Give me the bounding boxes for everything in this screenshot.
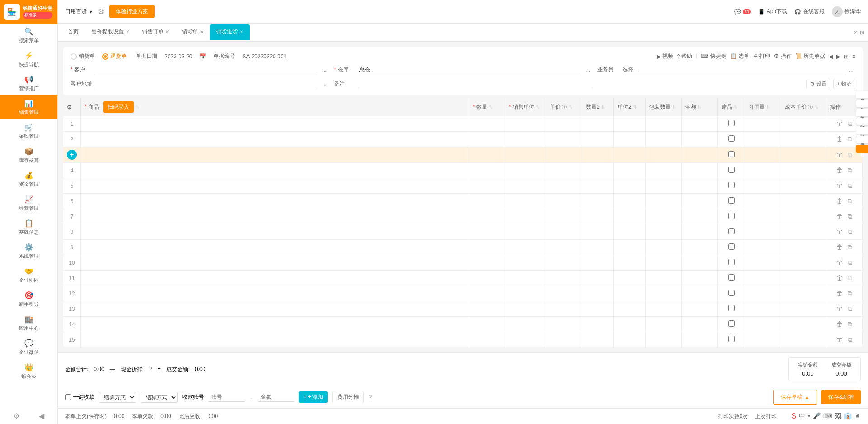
delete-row-btn-5[interactable]: 🗑 xyxy=(835,181,844,190)
qty-cell-14[interactable] xyxy=(469,317,505,332)
delete-row-btn-11[interactable]: 🗑 xyxy=(835,273,844,282)
unit2-cell-14[interactable] xyxy=(614,317,646,332)
gift-cell-2[interactable] xyxy=(718,132,745,147)
message-btn[interactable]: 💬 70 xyxy=(734,9,751,15)
product-input-4[interactable] xyxy=(85,167,465,174)
staff-ellipsis[interactable]: ... xyxy=(847,67,855,73)
price-cell-9[interactable] xyxy=(546,240,582,255)
qty-cell-11[interactable] xyxy=(469,271,505,286)
qty2-cell-3[interactable] xyxy=(582,147,614,163)
gift-checkbox-14[interactable] xyxy=(728,320,735,327)
product-input-7[interactable] xyxy=(85,214,465,220)
gift-cell-10[interactable] xyxy=(718,255,745,271)
sidebar-item-enterprise[interactable]: 🤝企业协同 xyxy=(0,263,57,287)
sidebar-item-system[interactable]: ⚙️系统管理 xyxy=(0,239,57,263)
sidebar-item-marketing[interactable]: 📢营销推广 xyxy=(0,71,57,95)
available-cell-8[interactable] xyxy=(745,224,781,240)
shortcut-btn[interactable]: ⌨ 快捷键 xyxy=(701,52,726,60)
gift-cell-8[interactable] xyxy=(718,224,745,240)
product-input-8[interactable] xyxy=(85,229,465,235)
price-cell-11[interactable] xyxy=(546,271,582,286)
qty2-cell-5[interactable] xyxy=(582,178,614,194)
cost-price-cell-1[interactable] xyxy=(781,116,826,132)
gift-cell-1[interactable] xyxy=(718,116,745,132)
settlement-select[interactable]: 结算方式 xyxy=(99,392,136,403)
unit2-cell-15[interactable] xyxy=(614,332,646,347)
gift-checkbox-10[interactable] xyxy=(728,259,735,265)
qty2-cell-8[interactable] xyxy=(582,224,614,240)
address-ellipsis[interactable]: ... xyxy=(321,81,329,87)
available-cell-13[interactable] xyxy=(745,301,781,317)
pack-cell-12[interactable] xyxy=(646,286,682,301)
available-cell-9[interactable] xyxy=(745,240,781,255)
product-cell-3[interactable] xyxy=(81,147,469,163)
copy-row-btn-14[interactable]: ⧉ xyxy=(846,319,854,329)
cost-price-cell-4[interactable] xyxy=(781,163,826,178)
price-cell-8[interactable] xyxy=(546,224,582,240)
qty-cell-4[interactable] xyxy=(469,163,505,178)
copy-row-btn-6[interactable]: ⧉ xyxy=(846,196,854,206)
unit2-cell-1[interactable] xyxy=(614,116,646,132)
delete-row-btn-7[interactable]: 🗑 xyxy=(835,212,844,221)
qty2-cell-11[interactable] xyxy=(582,271,614,286)
sidebar-item-member[interactable]: 👑畅会员 xyxy=(0,359,57,383)
one-click-label[interactable]: 一键收款 xyxy=(65,393,94,401)
user-menu[interactable]: 人 徐泽华 xyxy=(832,6,861,17)
qty2-cell-6[interactable] xyxy=(582,194,614,209)
staff-input[interactable] xyxy=(623,65,844,75)
tab-close-sales-return[interactable]: ✕ xyxy=(240,29,243,34)
sidebar-item-operations[interactable]: 📈经营管理 xyxy=(0,191,57,215)
price-cell-14[interactable] xyxy=(546,317,582,332)
floating-btn-log[interactable]: 日志 xyxy=(856,136,868,144)
amount-cell-6[interactable] xyxy=(682,194,718,209)
pack-cell-8[interactable] xyxy=(646,224,682,240)
floating-btn-scan[interactable]: 扫描 xyxy=(856,145,868,153)
product-input-10[interactable] xyxy=(85,260,465,266)
amount-cell-9[interactable] xyxy=(682,240,718,255)
unit-cell-2[interactable] xyxy=(505,132,546,147)
amount-cell-1[interactable] xyxy=(682,116,718,132)
radio-return[interactable]: 退货单 xyxy=(102,52,127,60)
settings-footer-icon[interactable]: ⚙ xyxy=(13,412,19,420)
pack-cell-6[interactable] xyxy=(646,194,682,209)
qty2-cell-12[interactable] xyxy=(582,286,614,301)
amount-cell-8[interactable] xyxy=(682,224,718,240)
product-input-13[interactable] xyxy=(85,306,465,312)
pack-cell-11[interactable] xyxy=(646,271,682,286)
product-cell-8[interactable] xyxy=(81,224,469,240)
amount-cell-13[interactable] xyxy=(682,301,718,317)
product-cell-5[interactable] xyxy=(81,178,469,194)
cost-price-cell-15[interactable] xyxy=(781,332,826,347)
product-input-2[interactable] xyxy=(85,136,465,143)
product-input-9[interactable] xyxy=(85,244,465,251)
cost-price-info-icon[interactable]: ⓘ xyxy=(808,104,813,110)
operation-btn[interactable]: ⚙ 操作 xyxy=(774,52,791,60)
product-cell-12[interactable] xyxy=(81,286,469,301)
pack-cell-14[interactable] xyxy=(646,317,682,332)
amount-cell-7[interactable] xyxy=(682,209,718,224)
history-btn[interactable]: 📜 历史单据 xyxy=(795,52,825,60)
product-cell-11[interactable] xyxy=(81,271,469,286)
qty-cell-9[interactable] xyxy=(469,240,505,255)
price-cell-12[interactable] xyxy=(546,286,582,301)
add-row-btn[interactable]: + xyxy=(67,150,77,160)
tab-sales-delivery[interactable]: 销货单✕ xyxy=(175,24,210,40)
delete-row-btn-8[interactable]: 🗑 xyxy=(835,227,844,236)
copy-row-btn-9[interactable]: ⧉ xyxy=(846,243,854,252)
note-input[interactable] xyxy=(359,79,592,89)
floating-btn-attach[interactable]: 附件 xyxy=(856,109,868,117)
available-cell-14[interactable] xyxy=(745,317,781,332)
product-cell-7[interactable] xyxy=(81,209,469,224)
qty-cell-2[interactable] xyxy=(469,132,505,147)
pack-cell-9[interactable] xyxy=(646,240,682,255)
unit2-cell-5[interactable] xyxy=(614,178,646,194)
available-cell-15[interactable] xyxy=(745,332,781,347)
delete-row-btn-12[interactable]: 🗑 xyxy=(835,289,844,298)
sort-unit2-icon[interactable]: ⇅ xyxy=(633,105,637,110)
gift-cell-14[interactable] xyxy=(718,317,745,332)
tool4-icon[interactable]: ⌨ xyxy=(823,412,832,420)
delete-row-btn-10[interactable]: 🗑 xyxy=(835,258,844,267)
qty2-cell-13[interactable] xyxy=(582,301,614,317)
tool5-icon[interactable]: 🖼 xyxy=(835,412,841,420)
product-input-15[interactable] xyxy=(85,337,465,343)
